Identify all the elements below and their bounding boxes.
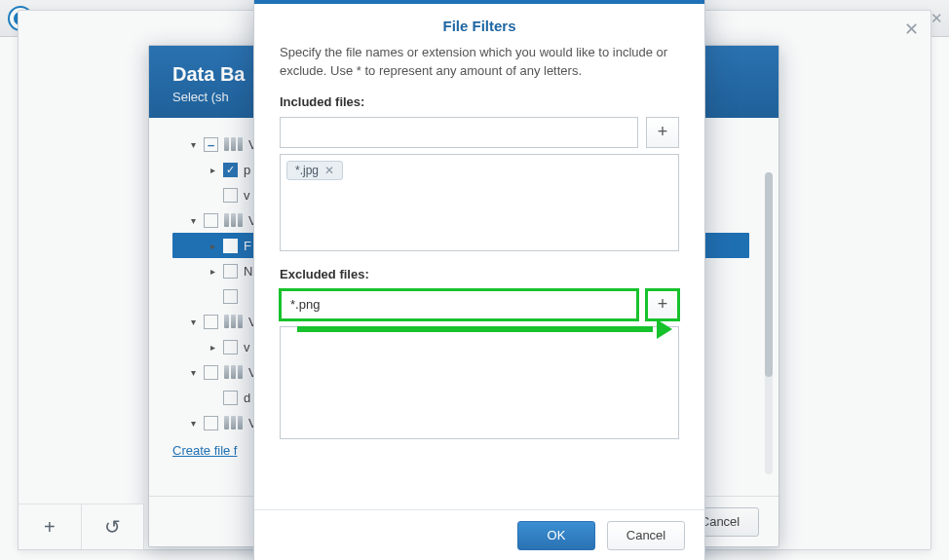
dialog-description: Specify the file names or extension whic… [280, 44, 679, 81]
cancel-button[interactable]: Cancel [607, 521, 685, 550]
excluded-label: Excluded files: [280, 267, 679, 281]
chip-remove-icon[interactable]: ✕ [324, 164, 334, 177]
ok-button[interactable]: OK [517, 521, 595, 550]
excluded-list[interactable] [280, 326, 679, 439]
filter-chip[interactable]: *.jpg✕ [286, 161, 343, 180]
dialog-footer: OK Cancel [254, 509, 704, 560]
included-label: Included files: [280, 94, 679, 109]
included-list[interactable]: *.jpg✕ [280, 154, 679, 251]
included-add-button[interactable]: + [646, 117, 679, 148]
excluded-add-button[interactable]: + [646, 289, 679, 320]
file-filters-dialog: File Filters Specify the file names or e… [253, 0, 705, 560]
included-row: + [280, 117, 679, 148]
dialog-title: File Filters [254, 4, 704, 44]
dialog-body: Specify the file names or extension whic… [254, 44, 704, 439]
excluded-input[interactable] [280, 289, 638, 320]
included-input[interactable] [280, 117, 638, 148]
excluded-row: + [280, 289, 679, 320]
chip-label: *.jpg [295, 164, 319, 177]
